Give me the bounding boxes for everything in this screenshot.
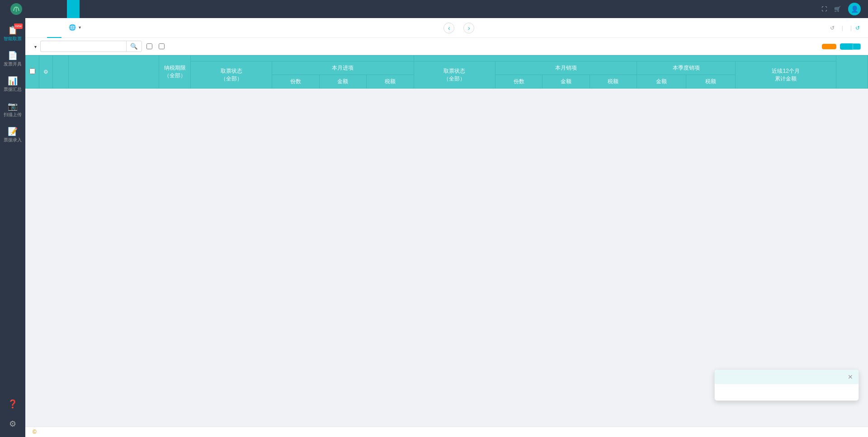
config-icon[interactable]: ⚙ <box>43 69 48 75</box>
notification-header: ✕ <box>715 370 859 384</box>
status-bar: © <box>25 427 868 437</box>
sidebar-new-badge: new <box>14 23 23 29</box>
sidebar-label-invoice-entry: 票据录入 <box>4 137 22 143</box>
notification-popup: ✕ <box>714 369 859 401</box>
notification-close-button[interactable]: ✕ <box>848 373 853 381</box>
sidebar-label-smart-invoice: 智能取票 <box>4 36 22 42</box>
bottom-settings-icon: ⚙ <box>9 419 16 429</box>
help-icon: ❓ <box>8 399 18 409</box>
data-table: ⚙ 纳税期限 （全部） 取票状态（全部） 本 <box>25 55 868 89</box>
nav-items <box>29 0 821 18</box>
th-s-amount: 金额 <box>542 75 590 89</box>
nav-right: ⛶ 🛒 👤 <box>821 3 861 15</box>
th-p-tax: 税额 <box>367 75 414 89</box>
sidebar-bottom: ❓ ⚙ <box>1 395 24 433</box>
digital-account-button-group <box>840 43 861 50</box>
globe-icon: 🌐 <box>69 24 76 31</box>
invoice-entry-icon: 📝 <box>8 127 18 136</box>
th-q-tax: 税额 <box>686 75 736 89</box>
toolbar-right-links: ↺ | | ↺ <box>830 25 861 31</box>
next-month-button[interactable]: › <box>463 23 474 33</box>
tax-policy-link[interactable]: © <box>33 429 38 435</box>
th-checkbox <box>26 56 39 89</box>
invoice-open-icon: 📄 <box>8 51 18 61</box>
scan-upload-icon: 📷 <box>8 101 18 111</box>
th-p-status[interactable]: 取票状态（全部） <box>191 61 272 89</box>
sidebar-label-scan-upload: 扫描上传 <box>4 112 22 117</box>
notification-footer <box>715 395 859 400</box>
th-purchase-invoices <box>191 56 414 61</box>
nav-revenue[interactable] <box>54 0 67 18</box>
tab-all[interactable]: 🌐 ▾ <box>61 18 88 38</box>
th-s-status[interactable]: 取票状态（全部） <box>414 61 495 89</box>
one-click-fetch-button[interactable] <box>822 44 836 49</box>
th-monthly-sales: 本月销项 <box>495 61 637 75</box>
sidebar-item-smart-invoice[interactable]: new 📋 智能取票 <box>1 22 24 45</box>
th-num <box>53 56 69 89</box>
search-button[interactable]: 🔍 <box>126 41 142 52</box>
sidebar-item-invoice-summary[interactable]: 📊 票据汇总 <box>1 72 24 96</box>
digital-account-button[interactable] <box>840 43 853 50</box>
search-wrapper: 🔍 <box>40 41 142 52</box>
top-area: 🌐 ▾ ‹ › ↺ | | ↺ <box>25 18 868 55</box>
app-logo <box>7 0 25 18</box>
nav-tax[interactable] <box>92 0 105 18</box>
refresh-icon: ↺ <box>830 25 835 31</box>
nav-business[interactable] <box>105 0 118 18</box>
search-input[interactable] <box>40 41 126 52</box>
sidebar-item-invoice-entry[interactable]: 📝 票据录入 <box>1 123 24 146</box>
sidebar-label-invoice-open: 发票开具 <box>4 61 22 67</box>
ledger-checkbox[interactable] <box>146 43 152 49</box>
th-config: ⚙ <box>39 56 53 89</box>
sidebar-item-invoice-open[interactable]: 📄 发票开具 <box>1 47 24 70</box>
nav-operations[interactable] <box>143 0 156 18</box>
user-avatar[interactable]: 👤 <box>848 3 861 15</box>
nav-service[interactable] <box>156 0 168 18</box>
tax-disk-checkbox[interactable] <box>159 43 165 49</box>
sidebar-item-help[interactable]: ❓ <box>1 395 24 414</box>
th-p-amount: 金额 <box>319 75 366 89</box>
th-rolling12: 近续12个月累计金额 <box>736 61 836 89</box>
nav-message[interactable] <box>118 0 130 18</box>
nav-bookkeeping[interactable] <box>80 0 92 18</box>
th-quarterly-sales: 本季度销项 <box>637 61 736 75</box>
employee-filter-chevron: ▾ <box>34 44 37 49</box>
sidebar-item-bottom-settings[interactable]: ⚙ <box>1 415 24 433</box>
fullscreen-button[interactable]: ⛶ <box>821 6 829 12</box>
refresh-link[interactable]: ↺ <box>855 25 861 31</box>
top-navigation: ⛶ 🛒 👤 <box>0 0 868 18</box>
th-name[interactable] <box>69 56 159 89</box>
nav-settings[interactable] <box>168 0 181 18</box>
nav-customer[interactable] <box>42 0 54 18</box>
member-button[interactable]: 🛒 <box>834 6 843 12</box>
employee-filter-select[interactable]: ▾ <box>33 43 37 50</box>
sidebar-item-scan-upload[interactable]: 📷 扫描上传 <box>1 98 24 121</box>
digital-account-ops-dropdown[interactable] <box>853 43 861 50</box>
nav-home[interactable] <box>29 0 42 18</box>
dropdown-chevron-icon: ▾ <box>79 25 81 30</box>
copyright-icon: © <box>33 429 37 435</box>
nav-invoice[interactable] <box>67 0 80 18</box>
th-action <box>836 56 868 89</box>
date-navigation: ‹ › <box>443 23 474 33</box>
th-s-tax: 税额 <box>590 75 637 89</box>
prev-month-button[interactable]: ‹ <box>443 23 454 33</box>
th-p-num: 份数 <box>272 75 319 89</box>
select-all-checkbox[interactable] <box>29 68 35 74</box>
sidebar-label-invoice-summary: 票据汇总 <box>4 87 22 92</box>
ledger-checkbox-label[interactable] <box>146 43 154 49</box>
invoice-summary-icon: 📊 <box>8 76 18 86</box>
th-s-num: 份数 <box>495 75 542 89</box>
tab-general-taxpayer[interactable] <box>33 18 47 38</box>
sidebar: new 📋 智能取票 📄 发票开具 📊 票据汇总 📷 扫描上传 📝 票据录入 ❓… <box>0 18 25 437</box>
tab-small-scale[interactable] <box>47 18 61 38</box>
sub-nav: 🌐 ▾ ‹ › ↺ | | ↺ <box>25 18 868 38</box>
tax-disk-checkbox-label[interactable] <box>159 43 166 49</box>
th-sales-invoices <box>414 56 836 61</box>
th-period[interactable]: 纳税期限 （全部） <box>159 56 191 89</box>
fullscreen-icon: ⛶ <box>821 6 827 12</box>
nav-management[interactable] <box>130 0 143 18</box>
th-monthly-purchase: 本月进项 <box>272 61 414 75</box>
notification-body <box>715 384 859 395</box>
refresh-btn-icon: ↺ <box>855 25 860 31</box>
